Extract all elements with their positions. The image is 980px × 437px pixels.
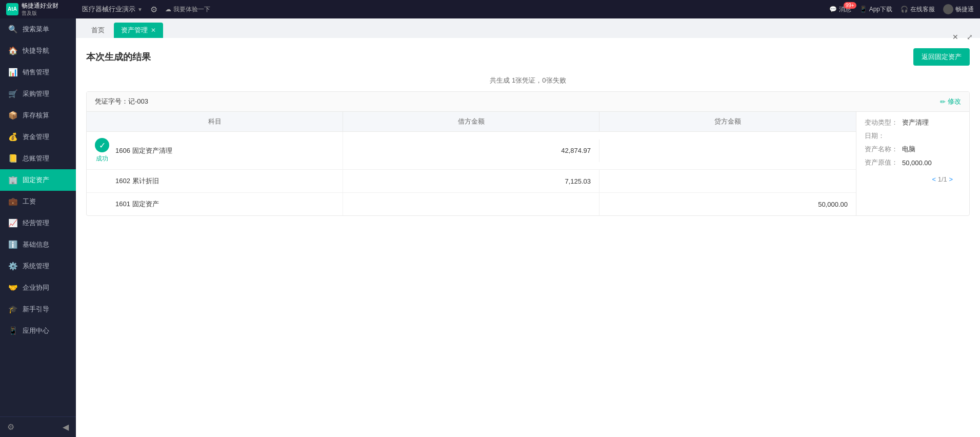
success-circle-icon: ✓	[95, 138, 109, 152]
col-credit: 贷方金额	[599, 112, 856, 131]
edit-voucher-button[interactable]: ✏ 修改	[940, 97, 961, 106]
sidebar-item-quick-nav[interactable]: 🏠 快捷导航	[0, 40, 76, 62]
sidebar-label-purchase: 采购管理	[23, 89, 49, 98]
collapse-sidebar-icon[interactable]: ◀	[63, 422, 69, 432]
asset-name-row: 资产名称： 电脑	[865, 145, 961, 154]
sidebar-item-basic-info[interactable]: ℹ️ 基础信息	[0, 234, 76, 255]
experience-icon: ☁	[165, 6, 171, 13]
cell-row2-subject: 1602 累计折旧	[87, 170, 343, 192]
sales-icon: 📊	[8, 68, 17, 77]
settings-icon[interactable]: ⚙	[147, 2, 161, 16]
tab-label-asset-mgmt: 资产管理	[121, 26, 148, 35]
panel-controls: ✕ ⤢	[945, 29, 980, 45]
notifications-button[interactable]: 💬 消息 99+	[829, 5, 851, 14]
sidebar-item-finance[interactable]: 💰 资金管理	[0, 126, 76, 148]
tab-home[interactable]: 首页	[84, 23, 112, 38]
sidebar: 🔍 搜索菜单 🏠 快捷导航 📊 销售管理 🛒 采购管理 📦 库存核算 💰	[0, 18, 76, 437]
cell-row2-debit: 7,125.03	[343, 170, 599, 192]
sidebar-item-general-ledger[interactable]: 📒 总账管理	[0, 148, 76, 169]
operations-icon: 📈	[8, 218, 17, 228]
online-service-label: 在线客服	[910, 5, 935, 14]
edit-label: 修改	[948, 97, 961, 106]
subject-1601: 1601 固定资产	[115, 200, 159, 209]
col-subject: 科目	[87, 112, 343, 131]
asset-name-value: 电脑	[902, 145, 915, 154]
sidebar-label-enterprise: 企业协同	[23, 283, 49, 292]
experience-button[interactable]: ☁ 我要体验一下	[165, 5, 210, 14]
sidebar-label-basic-info: 基础信息	[23, 240, 49, 249]
cell-row1-subject: ✓ 成功 1606 固定资产清理	[87, 132, 343, 169]
bottom-settings-icon[interactable]: ⚙	[7, 422, 14, 432]
sidebar-label-payroll: 工资	[23, 197, 36, 206]
subject-1606: 1606 固定资产清理	[115, 146, 172, 155]
nav-bar: 医疗器械行业演示 ▼ ⚙ ☁ 我要体验一下	[82, 2, 829, 16]
date-label: 日期：	[865, 131, 885, 141]
headset-icon: 🎧	[901, 6, 908, 13]
sidebar-label-fixed-assets: 固定资产	[23, 175, 49, 185]
asset-value-row: 资产原值： 50,000.00	[865, 158, 961, 167]
app-download-label: App下载	[869, 5, 892, 14]
voucher-body: 科目 借方金额 贷方金额 ✓ 成功 1606 固定资产清理	[87, 112, 969, 215]
change-type-value: 资产清理	[902, 118, 929, 127]
logo-abbr-text: AtA	[8, 6, 17, 12]
search-icon: 🔍	[8, 25, 17, 34]
ledger-icon: 📒	[8, 154, 17, 163]
sidebar-item-purchase[interactable]: 🛒 采购管理	[0, 83, 76, 105]
page-content: 本次生成的结果 返回固定资产 共生成 1张凭证，0张失败 凭证字号：记-003 …	[76, 38, 980, 437]
voucher-number: 凭证字号：记-003	[95, 97, 148, 106]
cell-row1-debit: 42,874.97	[343, 140, 599, 162]
tab-bar: 首页 资产管理 ✕	[76, 18, 980, 38]
return-fixed-assets-button[interactable]: 返回固定资产	[913, 48, 970, 66]
company-selector[interactable]: 医疗器械行业演示 ▼	[82, 5, 143, 14]
sidebar-item-operations[interactable]: 📈 经营管理	[0, 212, 76, 234]
finance-icon: 💰	[8, 132, 17, 142]
sidebar-item-fixed-assets[interactable]: 🏢 固定资产	[0, 169, 76, 191]
date-row: 日期：	[865, 131, 961, 141]
cell-row3-debit	[343, 193, 599, 215]
sidebar-item-inventory[interactable]: 📦 库存核算	[0, 105, 76, 126]
expand-panel-button[interactable]: ⤢	[964, 31, 976, 43]
sidebar-item-payroll[interactable]: 💼 工资	[0, 191, 76, 212]
page-title: 本次生成的结果	[86, 51, 151, 63]
home-icon: 🏠	[8, 46, 17, 55]
user-menu-button[interactable]: 畅捷通	[943, 4, 974, 14]
cell-row1-credit	[599, 140, 856, 162]
message-icon: 💬	[829, 6, 837, 13]
logo-icon: AtA	[6, 3, 18, 15]
sidebar-item-enterprise[interactable]: 🤝 企业协同	[0, 277, 76, 299]
sidebar-item-search[interactable]: 🔍 搜索菜单	[0, 18, 76, 40]
tab-close-icon[interactable]: ✕	[151, 27, 156, 33]
logo-sub-text: 普及版	[22, 10, 58, 17]
success-label: 成功	[96, 154, 108, 163]
sidebar-item-sales[interactable]: 📊 销售管理	[0, 62, 76, 83]
sidebar-label-sales: 销售管理	[23, 68, 49, 77]
sidebar-label-search: 搜索菜单	[23, 25, 49, 34]
sidebar-item-system[interactable]: ⚙️ 系统管理	[0, 255, 76, 277]
enterprise-icon: 🤝	[8, 283, 17, 292]
close-panel-button[interactable]: ✕	[949, 31, 962, 43]
next-page-button[interactable]: >	[949, 175, 953, 183]
page-indicator: 1/1	[938, 175, 949, 183]
col-debit: 借方金额	[343, 112, 599, 131]
prev-page-button[interactable]: <	[932, 175, 936, 183]
user-avatar-icon	[943, 4, 953, 14]
payroll-icon: 💼	[8, 197, 17, 206]
sidebar-bottom: ⚙ ◀	[0, 416, 76, 437]
table-header: 科目 借方金额 贷方金额	[87, 112, 856, 132]
table-row: 1602 累计折旧 7,125.03	[87, 170, 856, 193]
change-type-label: 变动类型：	[865, 118, 898, 127]
online-service-button[interactable]: 🎧 在线客服	[901, 5, 935, 14]
sidebar-item-guide[interactable]: 🎓 新手引导	[0, 299, 76, 320]
logo-area: AtA 畅捷通好业财 普及版	[6, 2, 82, 17]
guide-icon: 🎓	[8, 305, 17, 314]
voucher-header: 凭证字号：记-003 ✏ 修改	[87, 92, 969, 112]
phone-icon: 📱	[859, 6, 867, 13]
main-layout: 🔍 搜索菜单 🏠 快捷导航 📊 销售管理 🛒 采购管理 📦 库存核算 💰	[0, 18, 980, 437]
app-center-icon: 📱	[8, 326, 17, 335]
app-download-button[interactable]: 📱 App下载	[859, 5, 892, 14]
sidebar-item-app-center[interactable]: 📱 应用中心	[0, 320, 76, 342]
user-name: 畅捷通	[955, 5, 974, 14]
system-icon: ⚙️	[8, 262, 17, 271]
sidebar-label-system: 系统管理	[23, 262, 49, 271]
tab-asset-management[interactable]: 资产管理 ✕	[114, 23, 163, 38]
